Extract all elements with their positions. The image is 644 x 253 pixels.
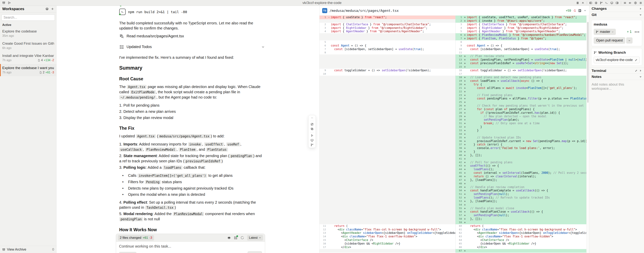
line-number [320,19,327,23]
line-number: 61 [456,228,463,232]
todo-list-button[interactable] [234,236,238,240]
code-line: import { useState, useEffect, useRef, us… [467,16,586,19]
edit-pencil-icon[interactable] [635,58,638,61]
line-number: 64 [456,238,463,242]
code-line: <div className="flex flex-col h-screen b… [467,228,586,232]
workspace-item[interactable]: Create Good First Issues on Github So p … [0,40,56,52]
code-line: } catch (error) { [467,143,586,146]
code-line [331,161,455,164]
diff-row: 37 + } catch (error) { [320,143,586,146]
line-number: 49 [456,186,463,189]
diff-row: 14 + const previousPlanIdsRef = useRef<S… [320,62,586,65]
play-icon[interactable] [310,134,314,137]
send-button[interactable]: Send [248,251,262,253]
diff-row: 5 8 [320,40,586,44]
expand-icon[interactable] [635,70,638,72]
chat-paragraph: I updated Agent.tsx (medusa/src/pages/Ag… [119,134,265,139]
notes-placeholder[interactable]: Add notes about this workspace... [589,80,644,93]
section-terminal[interactable]: Terminal [589,68,644,74]
add-workspace-icon[interactable] [51,7,54,10]
diff-row: 15 + [320,65,586,69]
tool-call-todos[interactable]: Updated Todos [119,44,265,49]
tool-call-terminal[interactable]: npm run build 2>&1 | tail -80 [119,9,265,15]
chevron-down-icon[interactable] [584,9,586,12]
line-number: 9 [456,44,463,48]
line-number [320,65,327,69]
code-line: const handlePlanComplete = useCallback((… [467,189,586,192]
theme-icon[interactable] [594,2,598,4]
gear-icon[interactable] [639,2,642,4]
code-line [331,203,455,207]
code-line [467,132,586,136]
workspaces-title: Workspaces [2,7,24,11]
working-branch-label: Working Branch [598,50,626,54]
expand-tool-button[interactable] [261,45,265,48]
pull-request-options-button[interactable] [626,37,632,44]
message-input[interactable]: Continue working on this task... [119,244,262,248]
section-notes[interactable]: Notes [589,74,644,80]
menu-icon[interactable] [624,2,626,4]
asterisk-icon[interactable] [227,236,231,240]
pause-icon[interactable] [576,2,579,4]
copy-icon[interactable] [310,128,314,130]
workspace-item[interactable]: Explore the codebase 35m ago [0,28,56,40]
mode-dropdown[interactable]: Default [119,252,136,253]
line-number: 36 [456,140,463,143]
monitor-icon[interactable] [610,2,613,4]
line-number [320,140,327,143]
tool-call-read[interactable]: Read medusa/src/pages/Agent.tsx [119,34,265,39]
split-diff-icon[interactable] [578,9,582,12]
inline-code: previousPlanIdsRef [184,159,222,163]
version-dropdown[interactable]: Latest [247,235,263,240]
line-number: 45 [456,171,463,175]
more-options-button[interactable]: ••• [634,31,640,33]
workspace-item[interactable]: Explore the codebase I want you to exp 7… [0,64,56,76]
line-number [320,200,327,203]
layers-icon[interactable] [46,7,49,10]
section-changes[interactable]: Changes [589,6,644,12]
chevrons-up-icon[interactable] [582,2,584,4]
search-input[interactable] [2,14,55,21]
drag-dots-icon[interactable] [311,116,313,119]
inline-code: loadPlans [162,166,182,170]
files-changed-badge[interactable]: 2 files changed +61 -3 [118,235,154,240]
code-line [331,249,455,252]
line-number: 2 [456,19,463,23]
line-number [320,129,327,132]
monitor-icon[interactable] [310,139,314,142]
code-line: const [pendingPlan, setPendingPlan] = us… [467,58,586,62]
code-line [331,58,455,62]
git-branch-icon[interactable] [600,2,603,4]
line-number: 41 [456,157,463,161]
section-git[interactable]: Git [589,12,644,18]
diff-row: 2 import { ChatInterface } from "@/compo… [320,23,586,26]
line-number: 21 [456,86,463,90]
git-branch-icon[interactable] [310,144,314,146]
code-line: }, []); [467,217,586,221]
line-number [320,175,327,178]
view-archive-button[interactable]: View Archive 0 [0,246,56,253]
megaphone-icon[interactable] [629,2,632,4]
chat-heading: The Fix [119,126,265,131]
terminal-icon[interactable] [605,2,608,4]
panel-right-icon[interactable] [616,2,618,4]
line-number [320,33,327,37]
help-icon[interactable] [634,2,637,4]
diff-scrollbar[interactable] [586,16,589,253]
working-branch-input[interactable]: vk/3ccf-explore-the-code [594,57,640,63]
open-pull-request-button[interactable]: Open pull request [594,37,625,44]
line-number [320,54,327,58]
code-line [467,221,586,224]
diff-file-header[interactable]: TS /medusa/medusa/src/pages/Agent.tsx +5… [320,6,589,16]
code-line [331,189,455,192]
line-number: 1 [320,16,327,19]
branch-dropdown[interactable]: master [594,29,616,35]
code-line [467,203,586,207]
diff-icon[interactable] [310,123,314,126]
panel-left-icon[interactable] [589,2,592,4]
diff-row: 8 11 [320,51,586,54]
code-line [331,196,455,200]
code-line [331,175,455,178]
workspace-item[interactable]: Install and integrate Vibe Kanban Web 7h… [0,52,56,64]
diff-additions: +59 [566,9,571,12]
